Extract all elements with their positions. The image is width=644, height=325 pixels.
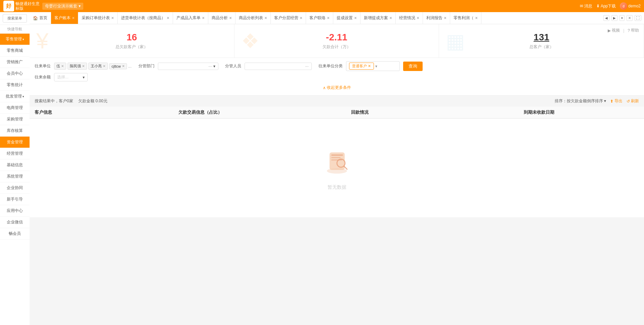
refresh-btn[interactable]: ↺ 刷新 [627, 98, 639, 104]
stat-customers-value: 131 [529, 32, 554, 43]
balance-filter-label: 往来余额 [35, 74, 51, 80]
unit-tag-cjttcw: cjttcw ✕ [109, 63, 127, 69]
tab-purchase-order[interactable]: 采购订单统计表 ✕ [78, 12, 118, 24]
tab-prev-btn[interactable]: ◀ [603, 15, 609, 21]
sidebar-item-purchase-mgmt[interactable]: 采购管理 [0, 114, 30, 125]
person-filter-input[interactable]: ··· [245, 63, 312, 70]
messages-btn[interactable]: ✉ 消息 [580, 3, 592, 9]
tab-close-inbound[interactable]: ✕ [167, 16, 169, 20]
category-filter-select[interactable]: 普通客户 ✕ ▾ [346, 61, 400, 71]
tab-promotion-settings[interactable]: 提成设置 ✕ [333, 12, 360, 24]
dept-select-more: ··· [209, 64, 212, 69]
export-btn[interactable]: ⬆ 导出 [610, 98, 622, 104]
sidebar-item-app-center[interactable]: 应用中心 [0, 205, 30, 217]
tab-close-profit[interactable]: ✕ [444, 16, 446, 20]
tab-profit-report[interactable]: 利润报告 ✕ [423, 12, 450, 24]
tab-close-customer-book[interactable]: ✕ [72, 16, 75, 20]
tab-bar-end: ◀ ▶ ▾ ✕ ⛶ [601, 15, 644, 21]
quick-nav-btn[interactable]: 快捷导航 [0, 25, 30, 34]
sidebar-item-member-center[interactable]: 会员中心 [0, 68, 30, 79]
results-actions: 排序：按欠款金额倒序排序 ▾ ⬆ 导出 ↺ 刷新 [555, 98, 639, 104]
sidebar-item-inventory[interactable]: 库存核算 [0, 125, 30, 137]
sidebar-item-system-mgmt[interactable]: 系统管理 [0, 171, 30, 182]
tab-close-goods[interactable]: ✕ [229, 16, 232, 20]
tab-close-new-promo[interactable]: ✕ [389, 16, 392, 20]
dept-filter-label: 分管部门 [138, 63, 155, 69]
remove-tag-wang[interactable]: ✕ [103, 64, 105, 68]
video-btn[interactable]: ▶ 视频 [608, 28, 620, 33]
empty-text: 暂无数据 [328, 184, 346, 190]
tab-menu-btn[interactable]: ▾ [619, 15, 625, 21]
remove-tag-wu[interactable]: ✕ [61, 64, 64, 68]
sidebar-item-ecom-mgmt[interactable]: 电商管理 [0, 102, 30, 114]
tab-ops-situation[interactable]: 经营情况 ✕ [396, 12, 423, 24]
sidebar-item-new-guide[interactable]: 新手引导 [0, 194, 30, 205]
stat-total-debt: ❖ -2.11 欠款合计（万） [234, 24, 439, 58]
search-menu-btn[interactable]: 搜索菜单 [3, 14, 27, 23]
tab-expand-btn[interactable]: ⛶ [635, 15, 641, 21]
export-icon: ⬆ [610, 99, 613, 104]
tab-next-btn[interactable]: ▶ [611, 15, 617, 21]
top-bar-right: ✉ 消息 ⬇ App下载 d demo2 [580, 2, 641, 10]
empty-icon [320, 146, 354, 180]
unit-tags-more[interactable]: ... [128, 64, 132, 69]
balance-chevron-icon: ▾ [83, 75, 85, 80]
sidebar-item-marketing[interactable]: 营销推广 [0, 57, 30, 68]
tab-customer-tier[interactable]: 客户分层经营 ✕ [271, 12, 306, 24]
sidebar-item-retail-mall[interactable]: 零售商城 [0, 45, 30, 57]
chevron-down-icon: ▾ [79, 4, 81, 8]
sidebar-item-basic-info[interactable]: 基础信息 [0, 159, 30, 171]
sidebar-item-wholesale-mgmt[interactable]: 批发管理 ▾ [0, 91, 30, 102]
unit-filter-label: 往来单位 [35, 63, 51, 69]
sidebar-item-enterprise-wechat[interactable]: 企业微信 [0, 217, 30, 228]
sort-chevron-icon[interactable]: ▾ [604, 99, 606, 103]
user-profile[interactable]: d demo2 [620, 2, 641, 10]
dept-chevron-icon: ▾ [213, 64, 215, 69]
tab-close-contact[interactable]: ✕ [327, 16, 330, 20]
table-container: 客户信息 欠款交易信息（占比） 回款情况 到期未收款日期 [30, 107, 644, 217]
tab-close-product-inbound[interactable]: ✕ [202, 16, 205, 20]
sidebar-item-finance-mgmt[interactable]: 资金管理 [0, 137, 30, 148]
tab-customer-book[interactable]: 客户账本 ✕ [51, 12, 78, 24]
col-header-date: 到期未收款日期 [524, 109, 639, 115]
tab-close-all-btn[interactable]: ✕ [627, 15, 633, 21]
unit-filter-tags: 伍 ✕ 陈民强 ✕ 王小亮 ✕ [54, 63, 132, 70]
sidebar-item-retail-stats[interactable]: 零售统计 [0, 79, 30, 91]
tab-product-inbound[interactable]: 产成品入库单 ✕ [173, 12, 208, 24]
sidebar-item-retail-mgmt[interactable]: 零售管理 ▾ [0, 34, 30, 45]
top-bar-left: 好 畅捷通好生意 标版 母婴行业演示账套 ▾ [3, 1, 83, 11]
tab-close-goods-list[interactable]: ✕ [264, 16, 267, 20]
top-bar: 好 畅捷通好生意 标版 母婴行业演示账套 ▾ ✉ 消息 ⬇ App下载 d [0, 0, 644, 12]
remove-tag-cjttcw[interactable]: ✕ [122, 64, 125, 68]
tab-goods-analysis[interactable]: 商品分析 ✕ [208, 12, 235, 24]
download-icon: ⬇ [596, 4, 600, 8]
help-btn[interactable]: ? 帮助 [628, 28, 639, 33]
remove-category-normal[interactable]: ✕ [368, 64, 371, 68]
tab-customer-contact[interactable]: 客户联络 ✕ [306, 12, 333, 24]
store-selector[interactable]: 母婴行业演示账套 ▾ [42, 3, 83, 10]
unit-tag-wu: 伍 ✕ [54, 63, 66, 70]
svg-rect-2 [331, 154, 343, 156]
remove-tag-chen[interactable]: ✕ [82, 64, 85, 68]
collapse-btn[interactable]: ∧ 收起更多条件 [320, 83, 354, 92]
tab-new-promotion[interactable]: 新增提成方案 ✕ [360, 12, 396, 24]
search-btn[interactable]: 查询 [403, 62, 423, 71]
balance-filter-select[interactable]: 选择... ▾ [54, 73, 88, 81]
tab-inbound-stats[interactable]: 进货单统计表（按商品） ✕ [118, 12, 173, 24]
tab-close-retail-profit[interactable]: ✕ [475, 16, 478, 20]
avatar: d [620, 2, 627, 10]
sidebar-item-ops-mgmt[interactable]: 经营管理 [0, 148, 30, 159]
tab-close-purchase[interactable]: ✕ [111, 16, 114, 20]
tab-retail-profit[interactable]: 零售利润（ ✕ [450, 12, 481, 24]
tab-close-tier[interactable]: ✕ [300, 16, 302, 20]
tab-close-promo-settings[interactable]: ✕ [354, 16, 357, 20]
tab-close-ops[interactable]: ✕ [417, 16, 419, 20]
message-icon: ✉ [580, 4, 583, 8]
dept-filter-select[interactable]: ··· ▾ [158, 63, 218, 70]
tab-goods-analysis-list[interactable]: 商品分析列表 ✕ [235, 12, 271, 24]
sidebar-item-member[interactable]: 畅会员 [0, 228, 30, 240]
sidebar-item-enterprise-collab[interactable]: 企业协同 [0, 182, 30, 194]
col-header-repay: 回款情况 [351, 109, 524, 115]
tab-home[interactable]: 🏠 首页 [30, 12, 51, 24]
app-download-btn[interactable]: ⬇ App下载 [596, 3, 616, 9]
